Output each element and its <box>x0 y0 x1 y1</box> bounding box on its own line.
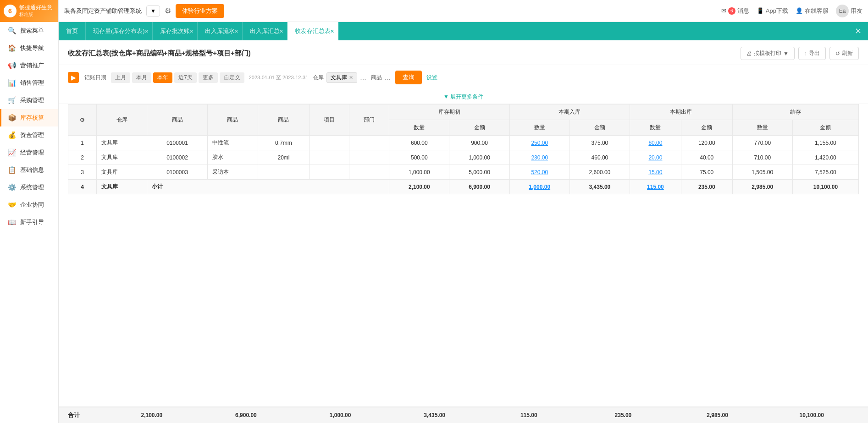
subtotal-out-amt: 235.00 <box>681 180 732 194</box>
subtotal-out-qty[interactable]: 115.00 <box>630 180 681 194</box>
preset-7days[interactable]: 近7天 <box>174 72 197 83</box>
sidebar-item-purchase[interactable]: 🛒 采购管理 <box>0 92 58 109</box>
sidebar-item-label: 销售管理 <box>20 79 44 87</box>
system-selector[interactable]: ▼ <box>146 5 160 16</box>
sidebar-item-label: 企业协同 <box>20 201 44 209</box>
row-spec: 0.7mm <box>258 136 310 150</box>
app-download-action[interactable]: 📱 App下载 <box>757 7 788 15</box>
online-service-action[interactable]: 👤 在线客服 <box>796 7 829 15</box>
preset-this-year[interactable]: 本年 <box>153 72 172 83</box>
system-name: 装备及固定资产辅助管理系统 <box>64 7 142 15</box>
subtotal-label: 小计 <box>147 180 389 194</box>
experience-btn[interactable]: 体验行业方案 <box>176 4 224 18</box>
sidebar-nav: 🔍 搜索菜单 🏠 快捷导航 📢 营销推广 📊 销售管理 🛒 采购管理 📦 库存核… <box>0 22 58 423</box>
filter-toggle-btn[interactable]: ▶ <box>68 72 79 83</box>
row-spec <box>258 165 310 180</box>
row-no: 1 <box>68 136 97 150</box>
tab-inout-summary[interactable]: 出入库汇总 ✕ <box>243 22 287 40</box>
preset-last-month[interactable]: 上月 <box>111 72 130 83</box>
subtotal-row: 4 文具库 小计 2,100.00 6,900.00 1,000.00 3,43… <box>68 180 859 194</box>
col-out-amt-header: 金额 <box>681 120 732 136</box>
print-template-btn[interactable]: 🖨 按模板打印 ▼ <box>741 47 795 60</box>
sidebar-item-search[interactable]: 🔍 搜索菜单 <box>0 22 58 39</box>
sidebar-item-operations[interactable]: 📈 经营管理 <box>0 144 58 161</box>
tabbar-close-all-btn[interactable]: ✕ <box>848 26 868 36</box>
settings-link[interactable]: 设置 <box>426 74 437 82</box>
data-table: ⚙ 仓库 商品 商品 商品 项目 部门 库存期初 本期入库 本期出库 结存 <box>68 104 859 194</box>
sidebar-item-label: 基础信息 <box>20 166 44 174</box>
sidebar-item-basic[interactable]: 📋 基础信息 <box>0 161 58 179</box>
goods-filter-dots[interactable]: ... <box>385 73 391 82</box>
row-opening-amt: 1,000.00 <box>449 150 509 165</box>
col-opening-group: 库存期初 <box>389 104 509 120</box>
col-in-qty-header: 数量 <box>509 120 569 136</box>
row-out-qty[interactable]: 20.00 <box>630 150 681 165</box>
sidebar-item-quicknav[interactable]: 🏠 快捷导航 <box>0 39 58 57</box>
tab-close-btn[interactable]: ✕ <box>143 27 150 35</box>
row-balance-amt: 1,155.00 <box>792 136 858 150</box>
tab-inout-flow[interactable]: 出入库流水 ✕ <box>198 22 243 40</box>
tab-close-btn[interactable]: ✕ <box>329 27 336 35</box>
tag-remove-btn[interactable]: ✕ <box>349 75 353 81</box>
expand-icon: ▼ <box>443 93 450 100</box>
preset-more[interactable]: 更多 <box>199 72 218 83</box>
inventory-icon: 📦 <box>8 114 17 122</box>
subtotal-in-qty[interactable]: 1,000.00 <box>509 180 569 194</box>
total-balance-qty: 2,985.00 <box>670 412 765 418</box>
tab-label: 首页 <box>66 27 78 35</box>
row-name: 胶水 <box>207 150 258 165</box>
col-project-header: 项目 <box>309 104 349 136</box>
warehouse-filter-label: 仓库 <box>313 74 324 82</box>
row-in-qty[interactable]: 520.00 <box>509 165 569 180</box>
row-code: 0100002 <box>147 150 207 165</box>
refresh-btn[interactable]: ↺ 刷新 <box>829 47 859 60</box>
total-opening-qty: 2,100.00 <box>105 412 199 418</box>
row-in-qty[interactable]: 250.00 <box>509 136 569 150</box>
row-name: 中性笔 <box>207 136 258 150</box>
row-in-amt: 375.00 <box>569 136 630 150</box>
sidebar-item-finance[interactable]: 💰 资金管理 <box>0 126 58 144</box>
row-out-qty[interactable]: 80.00 <box>630 136 681 150</box>
app-logo: 6 <box>4 5 17 17</box>
sidebar-item-collab[interactable]: 🤝 企业协同 <box>0 196 58 214</box>
export-btn[interactable]: ↑ 导出 <box>798 47 826 60</box>
message-action[interactable]: ✉ 6 消息 <box>721 7 749 15</box>
sidebar-item-sales[interactable]: 📊 销售管理 <box>0 74 58 92</box>
tab-inventory-dist[interactable]: 现存量(库存分布表) ✕ <box>86 22 153 40</box>
tab-home[interactable]: 首页 <box>59 22 86 40</box>
purchase-icon: 🛒 <box>8 96 17 104</box>
user-action[interactable]: Ea 用友 <box>836 5 862 17</box>
sidebar-item-label: 库存核算 <box>20 114 44 122</box>
total-opening-amt: 6,900.00 <box>199 412 293 418</box>
row-no: 2 <box>68 150 97 165</box>
query-btn[interactable]: 查询 <box>395 71 422 84</box>
expand-more-btn[interactable]: ▼ 展开更多条件 <box>59 90 868 104</box>
col-settings[interactable]: ⚙ <box>68 104 97 136</box>
sidebar-item-guide[interactable]: 📖 新手引导 <box>0 214 58 231</box>
row-in-amt: 460.00 <box>569 150 630 165</box>
sidebar-item-label: 经营管理 <box>20 148 44 157</box>
sidebar-item-label: 搜索菜单 <box>20 27 44 35</box>
row-warehouse: 文具库 <box>97 165 147 180</box>
warehouse-filter-dots[interactable]: ... <box>360 73 366 82</box>
sidebar-item-marketing[interactable]: 📢 营销推广 <box>0 57 58 74</box>
page-actions: 🖨 按模板打印 ▼ ↑ 导出 ↺ 刷新 <box>741 47 859 60</box>
sidebar-item-label: 快捷导航 <box>20 44 44 52</box>
row-warehouse: 文具库 <box>97 150 147 165</box>
tab-batch[interactable]: 库存批次账 ✕ <box>153 22 198 40</box>
sidebar-item-inventory[interactable]: 📦 库存核算 <box>0 109 58 126</box>
tab-close-btn[interactable]: ✕ <box>278 27 285 35</box>
sidebar-item-system[interactable]: ⚙️ 系统管理 <box>0 179 58 196</box>
row-in-qty[interactable]: 230.00 <box>509 150 569 165</box>
gear-icon[interactable]: ⚙ <box>165 6 171 15</box>
filter-row: 记账日期 上月 本月 本年 近7天 更多 自定义 2023-01-01 至 20… <box>84 71 859 84</box>
col-balance-amt-header: 金额 <box>792 120 858 136</box>
tab-close-btn[interactable]: ✕ <box>188 27 195 35</box>
tab-close-btn[interactable]: ✕ <box>233 27 240 35</box>
subtotal-opening-amt: 6,900.00 <box>449 180 509 194</box>
preset-custom[interactable]: 自定义 <box>220 72 244 83</box>
tab-stock-summary[interactable]: 收发存汇总表 ✕ <box>287 22 338 40</box>
subtotal-opening-qty: 2,100.00 <box>389 180 449 194</box>
row-out-qty[interactable]: 15.00 <box>630 165 681 180</box>
preset-this-month[interactable]: 本月 <box>132 72 151 83</box>
